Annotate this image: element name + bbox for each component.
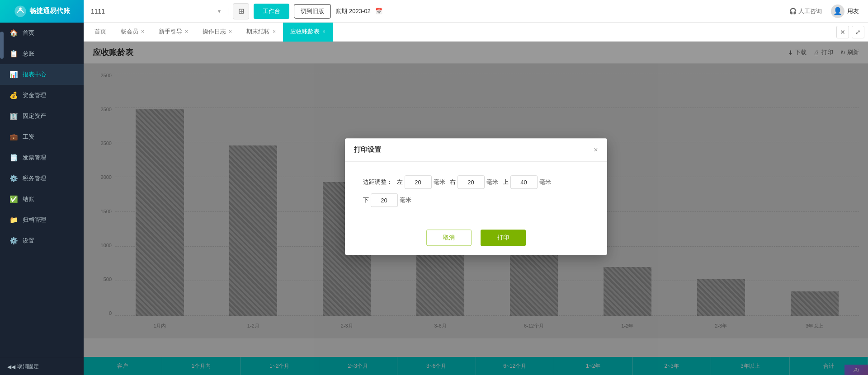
right-margin-input[interactable] (458, 175, 485, 189)
sidebar-item-ledger[interactable]: 📋 总账 (0, 43, 84, 64)
margin-label: 边距调整： (363, 178, 392, 186)
top-margin-input[interactable] (510, 175, 538, 189)
sidebar-item-tax[interactable]: ⚙️ 税务管理 (0, 168, 84, 189)
sidebar-item-settings[interactable]: ⚙️ 设置 (0, 230, 84, 251)
tab-aging[interactable]: 应收账龄表 × (283, 23, 333, 42)
ledger-icon: 📋 (9, 49, 18, 58)
headset-icon: 🎧 (789, 8, 797, 14)
sidebar-item-close[interactable]: ✅ 结账 (0, 189, 84, 210)
svg-point-1 (19, 7, 22, 10)
logo-icon (14, 5, 27, 18)
tab-vip-close[interactable]: × (141, 28, 144, 35)
margin-top-group: 上 毫米 (503, 175, 551, 189)
tab-vip[interactable]: 畅会员 × (113, 23, 151, 42)
funds-icon: 💰 (9, 91, 18, 100)
bottom-margin-input[interactable] (371, 193, 398, 207)
main-layout: 🏠 首页 📋 总账 📊 报表中心 💰 资金管理 🏢 固定资产 💼 工资 (0, 23, 868, 375)
tab-maximize-button[interactable]: ⤢ (852, 26, 864, 38)
logo-text: 畅捷通易代账 (29, 7, 70, 15)
copy-button[interactable]: ⊞ (233, 3, 249, 19)
tab-aging-close[interactable]: × (322, 28, 326, 35)
tab-period-close[interactable]: × (273, 28, 276, 35)
period-area: 账期 2023-02 📅 (335, 7, 382, 15)
sidebar-item-reports[interactable]: 📊 报表中心 (0, 64, 84, 85)
tab-vip-label: 畅会员 (121, 28, 138, 36)
tab-guide-close[interactable]: × (185, 28, 188, 35)
svg-point-0 (14, 5, 26, 17)
sidebar-item-home[interactable]: 🏠 首页 (0, 23, 84, 43)
tab-period-label: 期末结转 (246, 28, 270, 36)
tab-log-label: 操作日志 (203, 28, 226, 36)
sidebar-label-settings: 设置 (23, 237, 34, 245)
workbench-button[interactable]: 工作台 (254, 4, 289, 19)
settings-icon: ⚙️ (9, 236, 18, 245)
left-unit: 毫米 (434, 178, 445, 186)
tab-period[interactable]: 期末结转 × (239, 23, 283, 42)
payroll-icon: 💼 (9, 132, 18, 141)
sidebar-label-funds: 资金管理 (23, 91, 46, 99)
sidebar-label-archive: 归档管理 (23, 216, 46, 224)
logo-area: 畅捷通易代账 (0, 0, 84, 23)
print-confirm-button[interactable]: 打印 (481, 230, 526, 246)
calendar-icon[interactable]: 📅 (375, 8, 382, 14)
modal-footer: 取消 打印 (345, 220, 607, 255)
sidebar-collapse-button[interactable]: ◀◀ 取消固定 (0, 358, 84, 375)
sidebar-item-archive[interactable]: 📁 归档管理 (0, 210, 84, 230)
modal-body: 边距调整： 左 毫米 右 毫米 上 (345, 162, 607, 220)
top-dir-label: 上 (503, 178, 509, 186)
archive-icon: 📁 (9, 216, 18, 225)
sidebar-label-tax: 税务管理 (23, 174, 46, 183)
cancel-button[interactable]: 取消 (426, 230, 472, 246)
sidebar-item-assets[interactable]: 🏢 固定资产 (0, 106, 84, 127)
tab-home-label: 首页 (94, 28, 106, 36)
company-selector[interactable]: 1111 ▾ (84, 8, 228, 15)
period-value: 2023-02 (349, 8, 371, 14)
avatar: 👤 (831, 5, 844, 18)
old-version-button[interactable]: 切到旧版 (294, 4, 331, 19)
user-area[interactable]: 👤 用友 (831, 5, 859, 18)
left-margin-input[interactable] (405, 175, 432, 189)
collapse-label: 取消固定 (17, 363, 39, 370)
sidebar: 🏠 首页 📋 总账 📊 报表中心 💰 资金管理 🏢 固定资产 💼 工资 (0, 23, 84, 375)
top-unit: 毫米 (539, 178, 551, 186)
scroll-thumb (0, 32, 4, 59)
content-area: 首页 畅会员 × 新手引导 × 操作日志 × 期末结转 × 应收账龄表 × (84, 23, 868, 375)
tab-guide[interactable]: 新手引导 × (151, 23, 195, 42)
sidebar-item-invoices[interactable]: 🗒️ 发票管理 (0, 147, 84, 168)
close-period-icon: ✅ (9, 195, 18, 204)
tab-log-close[interactable]: × (229, 28, 232, 35)
sidebar-item-payroll[interactable]: 💼 工资 (0, 127, 84, 147)
margin-bottom-group: 下 毫米 (363, 193, 411, 207)
sidebar-label-invoices: 发票管理 (23, 154, 46, 162)
sidebar-scroll: 🏠 首页 📋 总账 📊 报表中心 💰 资金管理 🏢 固定资产 💼 工资 (0, 23, 84, 358)
tab-log[interactable]: 操作日志 × (195, 23, 239, 42)
tabs-actions: ✕ ⤢ (836, 26, 864, 38)
sidebar-label-ledger: 总账 (23, 50, 34, 58)
page-content: 应收账龄表 ⬇ 下载 🖨 打印 ↻ 刷新 (84, 42, 868, 375)
company-name: 1111 (91, 8, 214, 15)
bottom-dir-label: 下 (363, 196, 369, 204)
tax-icon: ⚙️ (9, 174, 18, 183)
modal-header: 打印设置 × (345, 138, 607, 162)
bottom-unit: 毫米 (400, 196, 411, 204)
tabs-bar: 首页 畅会员 × 新手引导 × 操作日志 × 期末结转 × 应收账龄表 × (84, 23, 868, 42)
print-settings-modal: 打印设置 × 边距调整： 左 毫米 右 毫米 (345, 138, 607, 255)
tab-home[interactable]: 首页 (87, 23, 113, 42)
reports-icon: 📊 (9, 70, 18, 79)
sidebar-label-payroll: 工资 (23, 133, 34, 141)
tab-aging-label: 应收账龄表 (290, 28, 320, 36)
left-dir-label: 左 (397, 178, 403, 186)
sidebar-label-reports: 报表中心 (23, 70, 46, 79)
sidebar-label-assets: 固定资产 (23, 112, 46, 120)
consult-button[interactable]: 🎧 人工咨询 (789, 7, 822, 15)
sidebar-label-home: 首页 (23, 29, 34, 37)
sidebar-item-funds[interactable]: 💰 资金管理 (0, 85, 84, 106)
period-label: 账期 (335, 7, 347, 15)
chevron-down-icon: ▾ (218, 8, 221, 14)
tab-guide-label: 新手引导 (159, 28, 182, 36)
home-icon: 🏠 (9, 28, 18, 38)
right-unit: 毫米 (486, 178, 498, 186)
tab-close-button[interactable]: ✕ (836, 26, 849, 38)
margin-left-group: 左 毫米 (397, 175, 445, 189)
modal-close-button[interactable]: × (594, 146, 598, 154)
